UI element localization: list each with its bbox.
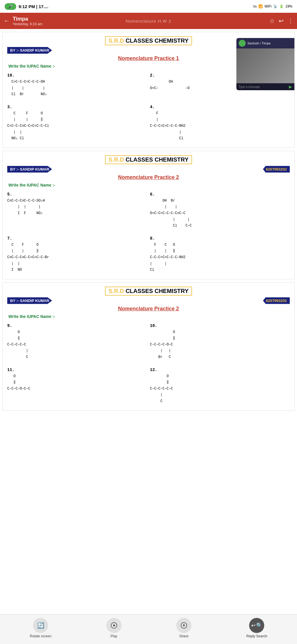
popup-input-bar[interactable]: Type a message ▶ <box>236 83 294 90</box>
card3-row-header: BY :- SANDIP KUMAR 6207993202 <box>7 297 290 304</box>
formula-structure-8: F C O | | ‖ C–C–C=C=C–C–C–NH2 | | Cl <box>150 242 290 273</box>
vo-icon: Vo <box>253 5 257 8</box>
status-left: 🎤 9:12 PM | 17.... <box>5 3 48 10</box>
wifi-label: WiFi <box>265 4 271 8</box>
formula-structure-9: O ‖ C–C–C–C–C | C <box>7 329 147 361</box>
reply-icon: ↩ 🔍 <box>249 618 264 633</box>
formula-number-8: 8. <box>150 236 290 241</box>
popup-name: Santosh / Timpa <box>247 41 271 45</box>
formula-item-8: 8. F C O | | ‖ C–C–C=C=C–C–C–NH2 | | Cl <box>150 236 290 273</box>
battery-level: 19% <box>285 4 292 8</box>
content-area: Santosh / Timpa Type a message ▶ S.R.D C… <box>0 32 297 443</box>
status-bar: 🎤 9:12 PM | 17.... Vo 📶 WiFi 📡 🔋 19% <box>0 0 297 13</box>
formula-item-5: 5. C≡C–C–C≡C–C–C–SO₃H | | | I F NO₂ <box>7 192 147 229</box>
mic-button[interactable]: 🎤 <box>5 3 16 10</box>
formula-number-10b: 10. <box>150 323 290 328</box>
share-label: Share <box>179 634 189 638</box>
popup-header: Santosh / Timpa <box>236 38 294 48</box>
share-button[interactable]: Share <box>176 618 191 638</box>
formula-structure-10: C=C–C–C=C–C–C–OH | | | Cl Br NO₂ <box>7 79 147 98</box>
nav-actions: ☆ ↩ ⋮ <box>269 17 294 24</box>
rotate-icon: 🔄 <box>33 618 48 633</box>
formula-item-11: 11. O ‖ C–C–C–O–C–C <box>7 368 147 405</box>
chem-card-3: S.R.D CLASSES CHEMISTRY BY :- SANDIP KUM… <box>2 282 295 411</box>
by-sandip-3: BY :- SANDIP KUMAR <box>7 297 52 304</box>
send-icon[interactable]: ▶ <box>289 84 292 89</box>
rotate-label: Rotate screen <box>30 634 52 638</box>
formula-item-10b: 10. O ‖ C–C–C–C–O–C | | Br C <box>150 323 290 361</box>
formula-item-10: 10. C=C–C–C=C–C–C–OH | | | Cl Br NO₂ <box>7 73 147 98</box>
formula-structure-4: F | C–C–C=C=C–C–C–NH2 | Cl <box>150 111 290 142</box>
formula-number-5: 5. <box>7 192 147 197</box>
formula-structure-12: O ‖ C–C–C–C–C–C | C <box>150 373 290 405</box>
bottom-toolbar: 🔄 Rotate screen Play Share ↩ 🔍 Rep <box>0 614 297 644</box>
chem-card-1: Santosh / Timpa Type a message ▶ S.R.D C… <box>2 32 295 148</box>
phone-number-2: 6207993202 <box>263 166 290 173</box>
nav-subtitle: Yesterday, 9:16 am <box>13 22 269 26</box>
formula-number-7: 7. <box>7 236 147 241</box>
phone-number-3: 6207993202 <box>263 297 290 304</box>
formula-structure-6: OH Br | | O=C–C=C–C–C–C≡C–C | | Cl C–C <box>150 198 290 229</box>
back-button[interactable]: ← <box>3 17 10 25</box>
nav-bar: ← Timpa Yesterday, 9:16 am Nomenclature … <box>0 13 297 29</box>
formula-number-6: 6. <box>150 192 290 197</box>
formula-number-4: 4. <box>150 105 290 109</box>
srd-title-2: S.R.D CLASSES CHEMISTRY <box>105 155 192 164</box>
rotate-screen-button[interactable]: 🔄 Rotate screen <box>30 618 52 638</box>
share-icon[interactable]: ↩ <box>279 17 284 24</box>
nav-title-block: Timpa Yesterday, 9:16 am <box>13 16 269 26</box>
nav-title: Timpa <box>13 16 269 22</box>
formulas-grid-2: 5. C≡C–C–C≡C–C–C–SO₃H | | | I F NO₂ 6. O… <box>7 192 290 273</box>
practice-title-3: Nomenclature Practice 2 <box>7 306 290 312</box>
formula-item-12: 12. O ‖ C–C–C–C–C–C | C <box>150 368 290 405</box>
formula-number-9: 9. <box>7 323 147 328</box>
srd-title-3: S.R.D CLASSES CHEMISTRY <box>105 287 192 296</box>
wifi-icon: 📡 <box>273 4 278 8</box>
write-iupac-2: Write the IUPAC Name :- <box>8 183 290 187</box>
popup-avatar <box>239 40 246 47</box>
formula-structure-7: C F O | | ‖ C≡C–C–C≡C–C=C=C–C–Br | | I N… <box>7 242 147 273</box>
formula-item-7: 7. C F O | | ‖ C≡C–C–C≡C–C=C=C–C–Br | | … <box>7 236 147 273</box>
play-button[interactable]: Play <box>106 618 122 638</box>
share-svg <box>181 622 187 629</box>
formula-number-3: 3. <box>7 105 147 109</box>
status-time: 9:12 PM | 17.... <box>19 4 48 9</box>
popup-input-placeholder: Type a message <box>239 85 260 88</box>
formulas-grid-3: 9. O ‖ C–C–C–C–C | C 10. O ‖ C–C–C–C–O–C… <box>7 323 290 405</box>
share-icon-tb <box>176 618 191 633</box>
srd-title-1: S.R.D CLASSES CHEMISTRY <box>105 36 192 45</box>
card2-row-header: BY :- SANDIP KUMAR 6207993202 <box>7 166 290 173</box>
formula-number-11: 11. <box>7 368 147 372</box>
signal-icon: 📶 <box>258 4 263 8</box>
popup-overlay: Santosh / Timpa Type a message ▶ <box>236 38 294 90</box>
formula-structure-11: O ‖ C–C–C–O–C–C <box>7 373 147 392</box>
by-sandip-2: BY :- SANDIP KUMAR <box>7 166 52 173</box>
formula-structure-5: C≡C–C–C≡C–C–C–SO₃H | | | I F NO₂ <box>7 198 147 217</box>
formula-number-10: 10. <box>7 73 147 78</box>
chem-card-2: S.R.D CLASSES CHEMISTRY BY :- SANDIP KUM… <box>2 151 295 279</box>
by-sandip-1: BY :- SANDIP KUMAR <box>7 47 52 54</box>
srd-span: S.R.D <box>108 37 124 44</box>
formula-structure-10b: O ‖ C–C–C–C–O–C | | Br C <box>150 329 290 361</box>
formula-item-6: 6. OH Br | | O=C–C=C–C–C–C≡C–C | | Cl C–… <box>150 192 290 229</box>
rest-span: CLASSES CHEMISTRY <box>124 37 189 44</box>
play-label: Play <box>111 634 117 638</box>
card3-header: S.R.D CLASSES CHEMISTRY <box>7 287 290 296</box>
mic-icon: 🎤 <box>8 4 13 9</box>
more-icon[interactable]: ⋮ <box>288 17 294 24</box>
reply-search-button[interactable]: ↩ 🔍 Reply Search <box>246 618 267 638</box>
formula-structure-3: C F O | | ‖ C=C–C–C≡C–C=C=C–C–Cl | | NO₂… <box>7 111 147 142</box>
play-icon <box>106 618 122 633</box>
popup-content <box>236 48 294 83</box>
card2-header: S.R.D CLASSES CHEMISTRY <box>7 155 290 164</box>
write-iupac-3: Write the IUPAC Name :- <box>8 314 290 319</box>
formula-number-12: 12. <box>150 368 290 372</box>
practice-title-2: Nomenclature Practice 2 <box>7 174 290 180</box>
formula-item-3: 3. C F O | | ‖ C=C–C–C≡C–C=C=C–C–Cl | | … <box>7 105 147 142</box>
svg-marker-1 <box>113 624 115 627</box>
formula-item-4: 4. F | C–C–C=C=C–C–C–NH2 | Cl <box>150 105 290 142</box>
star-icon[interactable]: ☆ <box>269 17 275 24</box>
formula-item-9: 9. O ‖ C–C–C–C–C | C <box>7 323 147 361</box>
reply-label: Reply Search <box>246 634 267 638</box>
status-right: Vo 📶 WiFi 📡 🔋 19% <box>253 4 292 8</box>
